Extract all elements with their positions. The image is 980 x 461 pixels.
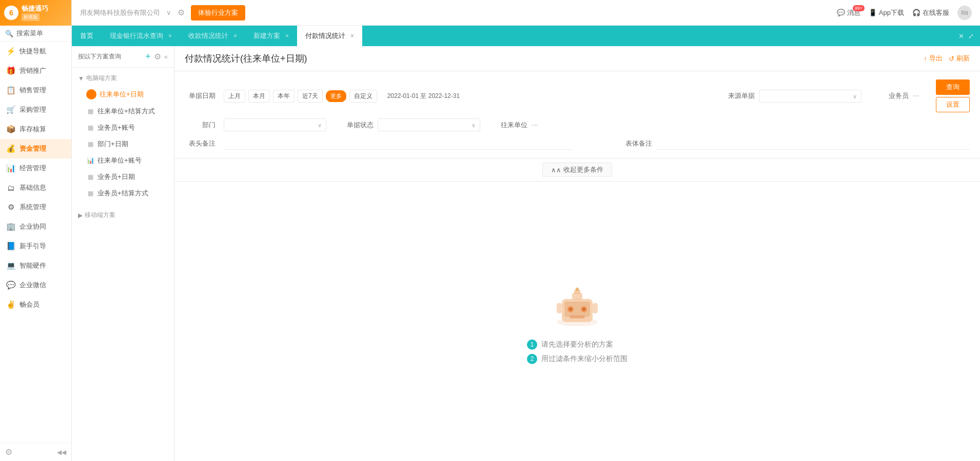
online-service-btn[interactable]: 🎧 在线客服 — [912, 8, 949, 17]
panel-settings-icon[interactable]: ⚙ — [154, 52, 161, 62]
panel-item-staff-account[interactable]: ▦ 业务员+账号 — [72, 119, 174, 136]
search-label: 搜索菜单 — [16, 29, 43, 38]
tab-payment-stats[interactable]: 付款情况统计 × — [297, 26, 362, 46]
tab-new-plan-close[interactable]: × — [285, 32, 289, 39]
page-header: 付款情况统计(往来单位+日期) ↑ 导出 ↺ 刷新 — [174, 46, 980, 71]
app-download-btn[interactable]: 📱 App下载 — [869, 8, 904, 17]
docstatus-select[interactable] — [378, 118, 480, 131]
trial-button[interactable]: 体验行业方案 — [191, 5, 245, 21]
this-year-btn[interactable]: 本年 — [273, 90, 295, 103]
messages-badge: 99+ — [853, 5, 865, 11]
sidebar-item-guide[interactable]: 📘 新手引导 — [0, 236, 71, 256]
table-body-note-input[interactable] — [656, 137, 970, 150]
hardware-icon: 💻 — [6, 261, 15, 270]
svg-rect-12 — [593, 303, 598, 313]
filter-row-1: 单据日期 上月 本月 本年 近7天 更多 自定义 2022-01-01 至 20… — [185, 79, 970, 112]
basic-info-icon: 🗂 — [6, 183, 15, 192]
table-header-note-label: 表头备注 — [185, 139, 215, 148]
dept-select[interactable] — [224, 118, 326, 131]
salesman-filter-group: 业务员 ··· — [878, 91, 919, 101]
tab-bank-flow[interactable]: 现金银行流水查询 × — [102, 26, 180, 46]
export-button[interactable]: ↑ 导出 — [924, 54, 943, 63]
last-7days-btn[interactable]: 近7天 — [298, 90, 323, 103]
mobile-section-title[interactable]: ▶ 移动端方案 — [72, 208, 174, 223]
refresh-button[interactable]: ↺ 刷新 — [949, 54, 970, 63]
messages-btn[interactable]: 💬 消息 99+ — [837, 8, 860, 17]
desktop-section-title[interactable]: ▼ 电脑端方案 — [72, 71, 174, 86]
more-btn[interactable]: 更多 — [326, 90, 346, 102]
date-label: 单据日期 — [185, 91, 215, 101]
hardware-label: 智能硬件 — [19, 261, 46, 270]
sidebar-item-capital[interactable]: 💰 资金管理 — [0, 139, 71, 158]
staff-date-icon: ▦ — [86, 173, 94, 181]
collapse-button[interactable]: ∧∧ 收起更多条件 — [542, 163, 612, 177]
custom-btn[interactable]: 自定义 — [349, 90, 377, 103]
table-header-note-input[interactable] — [224, 137, 572, 150]
sidebar-item-sales[interactable]: 📋 销售管理 — [0, 81, 71, 100]
empty-hint-1: 1 请先选择要分析的方案 — [527, 339, 628, 350]
footer-settings-icon[interactable]: ⚙ — [5, 447, 12, 457]
source-select[interactable] — [759, 90, 861, 103]
logo-icon: 6 — [4, 6, 18, 20]
inventory-label: 库存核算 — [19, 125, 46, 134]
this-month-btn[interactable]: 本月 — [248, 90, 270, 103]
panel-item-staff-date[interactable]: ▦ 业务员+日期 — [72, 169, 174, 185]
sidebar-item-basic-info[interactable]: 🗂 基础信息 — [0, 178, 71, 197]
panel-item-unit-settle[interactable]: ▦ 往来单位+结算方式 — [72, 103, 174, 119]
tab-home[interactable]: 首页 — [72, 26, 102, 46]
last-month-btn[interactable]: 上月 — [224, 90, 245, 103]
panel-item-unit-account[interactable]: 📊 往来单位+账号 — [72, 152, 174, 169]
table-body-note-label: 表体备注 — [621, 139, 652, 148]
panel-item-unit-date[interactable]: 往来单位+日期 — [72, 86, 174, 103]
empty-hint-2: 2 用过滤条件来缩小分析范围 — [527, 354, 628, 364]
panel-collapse-icon[interactable]: « — [164, 53, 168, 61]
tab-bank-flow-close[interactable]: × — [168, 32, 172, 39]
tab-bank-flow-label: 现金银行流水查询 — [110, 31, 163, 41]
source-select-arrow — [853, 92, 857, 100]
footer-collapse-icon[interactable]: ◀◀ — [57, 449, 66, 456]
search-menu[interactable]: 🔍 搜索菜单 — [0, 26, 71, 42]
panel-item-dept-date[interactable]: ▦ 部门+日期 — [72, 136, 174, 152]
sidebar-item-quick-nav[interactable]: ⚡ 快捷导航 — [0, 42, 71, 61]
panel-item-staff-settle[interactable]: ▦ 业务员+结算方式 — [72, 185, 174, 202]
tabs-expand-icon[interactable]: ⤢ — [968, 32, 974, 40]
counterpart-more-icon[interactable]: ··· — [532, 121, 538, 130]
tab-income-stats-close[interactable]: × — [233, 32, 237, 39]
guide-label: 新手引导 — [19, 242, 46, 251]
panel-item-staff-account-label: 业务员+账号 — [97, 123, 135, 132]
add-plan-icon[interactable]: + — [145, 51, 151, 62]
sidebar-item-member[interactable]: ✌ 畅会员 — [0, 295, 71, 314]
tab-income-stats[interactable]: 收款情况统计 × — [180, 26, 245, 46]
sidebar-item-marketing[interactable]: 🎁 营销推广 — [0, 61, 71, 81]
sidebar-item-operations[interactable]: 📊 经营管理 — [0, 158, 71, 178]
user-avatar[interactable]: Rit — [957, 6, 972, 20]
sales-icon: 📋 — [6, 86, 15, 95]
panel-item-unit-date-label: 往来单位+日期 — [100, 90, 144, 99]
online-service-label: 在线客服 — [923, 8, 949, 17]
salesman-more-icon[interactable]: ··· — [913, 91, 919, 101]
sidebar-item-system[interactable]: ⚙ 系统管理 — [0, 197, 71, 217]
settings-button[interactable]: 设置 — [936, 97, 970, 112]
sidebar-item-hardware[interactable]: 💻 智能硬件 — [0, 256, 71, 275]
sidebar-item-inventory[interactable]: 📦 库存核算 — [0, 119, 71, 139]
date-buttons: 上月 本月 本年 近7天 更多 自定义 — [224, 90, 377, 103]
counterpart-label: 往来单位 — [497, 121, 527, 130]
sidebar-item-purchase[interactable]: 🛒 采购管理 — [0, 100, 71, 119]
tabs-close-all-icon[interactable]: ✕ — [958, 32, 964, 40]
svg-point-5 — [569, 308, 572, 311]
panel-item-staff-settle-label: 业务员+结算方式 — [97, 189, 148, 198]
hint-num-2: 2 — [527, 354, 537, 364]
unit-account-icon: 📊 — [86, 156, 94, 165]
tab-payment-stats-close[interactable]: × — [350, 32, 354, 39]
sidebar-item-corp[interactable]: 🏢 企业协同 — [0, 217, 71, 236]
sidebar-item-wechat[interactable]: 💬 企业微信 — [0, 275, 71, 295]
sidebar-header: 6 畅捷通巧 标准版 — [0, 0, 71, 26]
tab-new-plan[interactable]: 新建方案 × — [245, 26, 297, 46]
header-gear-icon[interactable]: ⚙ — [178, 8, 185, 17]
tab-home-label: 首页 — [80, 31, 93, 41]
refresh-label: 刷新 — [956, 54, 970, 63]
query-button[interactable]: 查询 — [936, 79, 970, 95]
company-dropdown-icon[interactable]: ∨ — [166, 9, 171, 16]
staff-account-icon: ▦ — [86, 124, 94, 132]
capital-label: 资金管理 — [19, 144, 46, 153]
